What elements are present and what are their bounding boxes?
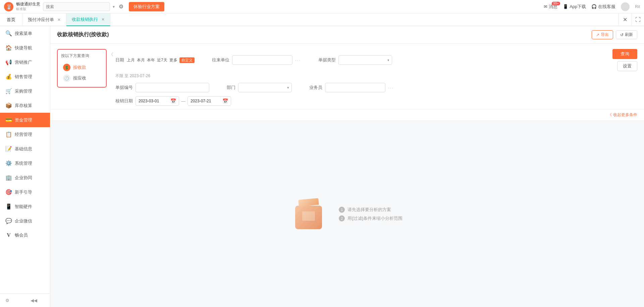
search-icon: 🔍: [5, 30, 12, 37]
filter-row-2: 单据编号 部门 ▾ 业务员: [115, 83, 637, 92]
service-icon: 🎧: [591, 4, 597, 9]
tab-prepay[interactable]: 预付冲应付单 ✕: [22, 13, 66, 26]
refresh-button[interactable]: ↺ 刷新: [616, 30, 637, 39]
date-btn-last-month[interactable]: 上月: [127, 57, 135, 63]
message-button[interactable]: ✉ 消息 99+: [544, 4, 557, 10]
counterparty-dots-icon[interactable]: ···: [295, 58, 301, 63]
query-option-receipt[interactable]: 💲 按收款: [61, 62, 103, 73]
sidebar-settings-btn[interactable]: ⚙: [0, 294, 25, 307]
sidebar-item-marketing[interactable]: 📢 营销推广: [0, 55, 50, 69]
empty-state-area: 1 请先选择要分析的方案 2 用[过滤]条件来缩小分析范围: [50, 121, 644, 307]
sidebar-item-system[interactable]: ⚙️ 系统管理: [0, 156, 50, 170]
sidebar-label-purchase: 采购管理: [15, 88, 32, 94]
settings-button[interactable]: 设置: [617, 61, 637, 71]
sidebar-label-hardware: 智能硬件: [15, 204, 32, 210]
sidebar: 🔍 搜索菜单 🏠 快捷导航 📢 营销推广 💰 销售管理 🛒 采购管理 📦 库存核…: [0, 26, 50, 307]
tabbar-actions: ✕ ⛶: [619, 13, 644, 26]
sidebar-item-finance[interactable]: 💳 资金管理: [0, 113, 50, 127]
search-input[interactable]: [43, 2, 110, 11]
empty-illustration: [292, 199, 325, 229]
empty-box-lid: [299, 198, 319, 206]
doc-number-input[interactable]: [136, 83, 209, 92]
content-header: 收款核销执行(按收款) ↗ 导出 ↺ 刷新: [50, 26, 644, 44]
online-service-button[interactable]: 🎧 在线客服: [591, 4, 615, 10]
user-avatar[interactable]: [621, 2, 630, 11]
counterparty-label: 往来单位: [212, 57, 229, 63]
filter-row-1: 日期 上月 本月 本年 近7天 更多 自定义: [115, 49, 637, 71]
collapse-more-label: 收起更多条件: [613, 112, 637, 118]
brand: 畅捷通好生意 标准版: [16, 2, 40, 11]
collapse-more-btn[interactable]: 《 收起更多条件: [608, 112, 637, 118]
date-options: 上月 本月 本年 近7天 更多 自定义: [127, 57, 195, 63]
finance-icon: 💳: [5, 117, 12, 123]
tab-writeoff[interactable]: 收款核销执行 ✕: [66, 13, 110, 26]
writeoff-date-end-value: 2023-07-21: [191, 99, 211, 103]
sidebar-collapse-btn[interactable]: ◀◀: [25, 294, 50, 307]
sidebar-item-hardware[interactable]: 📱 智能硬件: [0, 199, 50, 214]
doc-type-select[interactable]: [338, 55, 392, 65]
sidebar-label-search-menu: 搜索菜单: [15, 31, 32, 37]
message-badge: 99+: [552, 2, 560, 5]
sidebar-item-sales[interactable]: 💰 销售管理: [0, 69, 50, 84]
empty-tips: 1 请先选择要分析的方案 2 用[过滤]条件来缩小分析范围: [339, 207, 402, 221]
collapse-up-icon: 《: [608, 112, 612, 118]
sidebar-item-inventory[interactable]: 📦 库存核算: [0, 98, 50, 113]
home-icon: 🏠: [5, 45, 12, 51]
tip-2-number: 2: [339, 215, 345, 221]
sidebar-item-search-menu[interactable]: 🔍 搜索菜单: [0, 26, 50, 41]
query-panel-title: 按以下方案查询: [61, 53, 103, 59]
staff-input[interactable]: [325, 83, 385, 92]
writeoff-date-start-input[interactable]: 2023-03-01 📅: [136, 96, 179, 106]
expand-tab-btn[interactable]: ⛶: [631, 13, 644, 26]
username-label: Rit: [635, 4, 640, 9]
sidebar-item-guide[interactable]: 🎯 新手引导: [0, 185, 50, 199]
close-tab-btn[interactable]: ✕: [619, 13, 631, 26]
sidebar-item-enterprise[interactable]: 🏢 企业协同: [0, 170, 50, 185]
tab-home[interactable]: 首页: [0, 13, 22, 26]
sidebar-item-wechat[interactable]: 💬 企业微信: [0, 214, 50, 228]
date-btn-this-month[interactable]: 本月: [137, 57, 145, 63]
panel-collapse-btn[interactable]: 《: [107, 49, 115, 60]
sidebar-label-system: 系统管理: [15, 160, 32, 166]
query-option-receivable[interactable]: 🕐 按应收: [61, 73, 103, 84]
collapse-more-bar: 《 收起更多条件: [50, 109, 644, 121]
doc-number-label: 单据编号: [115, 85, 133, 91]
sidebar-item-operations[interactable]: 📋 经营管理: [0, 127, 50, 142]
filter-area: 按以下方案查询 💲 按收款 🕐 按应收 《: [50, 44, 644, 109]
date-separator: —: [181, 99, 185, 104]
department-label: 部门: [227, 85, 235, 91]
tab-prepay-close-icon[interactable]: ✕: [57, 17, 61, 22]
filter-department: 部门 ▾: [227, 83, 292, 92]
date-btn-more[interactable]: 更多: [169, 57, 177, 63]
calendar-end-icon: 📅: [222, 98, 228, 104]
query-button[interactable]: 查询: [612, 49, 637, 59]
sidebar-label-quick-nav: 快捷导航: [15, 45, 32, 51]
staff-label: 业务员: [309, 85, 322, 91]
sidebar-item-quick-nav[interactable]: 🏠 快捷导航: [0, 41, 50, 55]
sidebar-item-member[interactable]: V 畅会员: [0, 228, 50, 242]
empty-state: 1 请先选择要分析的方案 2 用[过滤]条件来缩小分析范围: [292, 199, 402, 229]
date-btn-this-year[interactable]: 本年: [147, 57, 155, 63]
tab-writeoff-close-icon[interactable]: ✕: [101, 17, 105, 22]
staff-dots-icon[interactable]: ···: [388, 85, 394, 90]
counterparty-input[interactable]: [232, 55, 292, 65]
writeoff-date-end-input[interactable]: 2023-07-21 📅: [187, 96, 231, 106]
gear-icon[interactable]: ⚙: [119, 3, 123, 10]
date-label: 日期: [115, 57, 124, 63]
tip-2-text: 用[过滤]条件来缩小分析范围: [347, 215, 402, 221]
date-btn-7days[interactable]: 近7天: [157, 57, 167, 63]
marketing-icon: 📢: [5, 59, 12, 65]
sidebar-item-basic-info[interactable]: 📝 基础信息: [0, 142, 50, 156]
filter-staff: 业务员 ···: [309, 83, 394, 92]
export-button[interactable]: ↗ 导出: [592, 30, 613, 39]
solution-button[interactable]: 休验行业方案: [129, 2, 164, 11]
app-download-button[interactable]: 📱 App下载: [563, 4, 586, 10]
dropdown-arrow-icon[interactable]: ▾: [113, 4, 115, 9]
sidebar-label-guide: 新手引导: [15, 189, 32, 195]
date-btn-custom[interactable]: 自定义: [179, 57, 195, 63]
tabbar: 首页 预付冲应付单 ✕ 收款核销执行 ✕ ✕ ⛶: [0, 13, 644, 26]
doc-type-select-wrap: ▾: [338, 55, 392, 65]
sidebar-label-wechat: 企业微信: [15, 218, 32, 224]
department-select[interactable]: [238, 83, 292, 92]
sidebar-item-purchase[interactable]: 🛒 采购管理: [0, 84, 50, 98]
